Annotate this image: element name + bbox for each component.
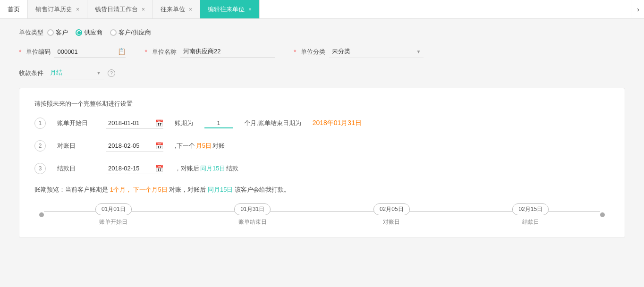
step-2-desc: ,下一个月5日对账 [175, 142, 225, 150]
tab-sales-history[interactable]: 销售订单历史 × [28, 0, 87, 18]
tab-edit-partner[interactable]: 编辑往来单位 × [200, 0, 260, 18]
preview-part2: 下一个月5日 [133, 186, 167, 193]
unit-category-value: 未分类 [332, 47, 413, 56]
preview-part3: 同月15日 [208, 186, 233, 193]
unit-name-star: * [144, 48, 147, 56]
radio-customer[interactable]: 客户 [47, 28, 68, 37]
timeline-date-2: 01月31日 [234, 203, 271, 215]
step-3-row: 3 结款日 📅 ，对账后 同月15日 结款 [34, 163, 610, 174]
step-2-calendar-icon[interactable]: 📅 [155, 142, 163, 150]
tab-cash-work[interactable]: 钱货日清工作台 × [87, 0, 153, 18]
step-3-num: 3 [34, 163, 46, 174]
step-3-desc: ，对账后 同月15日 结款 [175, 164, 238, 173]
tab-arrow[interactable]: › [632, 0, 644, 18]
tab-partner[interactable]: 往来单位 × [153, 0, 200, 18]
payment-terms-select[interactable]: 月结 ▼ [47, 67, 104, 79]
unit-name-field: * 单位名称 [144, 46, 274, 58]
step-3-calendar-icon[interactable]: 📅 [155, 165, 163, 172]
radio-customer-label: 客户 [56, 28, 68, 37]
step-3-date: 📅 [106, 163, 163, 174]
payment-terms-label: 收款条件 [19, 69, 43, 77]
payment-terms-field: 收款条件 月结 ▼ ? [19, 67, 115, 79]
radio-supplier-circle [76, 29, 82, 36]
tab-edit-partner-label: 编辑往来单位 [208, 5, 245, 14]
unit-type-label: 单位类型 [19, 28, 43, 37]
tab-partner-close[interactable]: × [189, 6, 192, 13]
step-2-date: 📅 [106, 140, 163, 152]
unit-name-label: 单位名称 [152, 48, 177, 56]
step-1-date-input[interactable] [106, 118, 153, 128]
tab-sales-close[interactable]: × [76, 6, 79, 13]
step-1-end-date: 2018年01月31日 [313, 119, 362, 127]
step-3-date-input[interactable] [106, 163, 153, 174]
settings-card: 请按照未来的一个完整帐期进行设置 1 账单开始日 📅 账期为 个月,账单结束日期… [19, 88, 625, 238]
step-1-period-input[interactable] [204, 118, 233, 128]
timeline-left-end [39, 212, 44, 217]
step-2-row: 2 对账日 📅 ,下一个月5日对账 [34, 140, 610, 152]
radio-both-label: 客户/供应商 [119, 28, 151, 37]
card-title: 请按照未来的一个完整帐期进行设置 [34, 100, 610, 108]
timeline: 01月01日 账单开始日 01月31日 账单结束日 02月05日 对账日 [34, 203, 610, 226]
unit-type-row: 单位类型 客户 供应商 客户/供应商 [19, 28, 625, 37]
step-2-highlight: 月5日 [196, 142, 212, 150]
page-content: 单位类型 客户 供应商 客户/供应商 * 单位编码 [0, 19, 644, 287]
step-1-period-label: 账期为 [175, 119, 193, 127]
unit-name-input[interactable] [180, 46, 275, 58]
radio-customer-circle [47, 29, 54, 36]
unit-category-star: * [294, 48, 296, 56]
step-1-period-unit: 个月,账单结束日期为 [244, 119, 301, 127]
step-1-label: 账单开始日 [57, 119, 95, 127]
preview-mid: 对账，对账后 [169, 186, 206, 193]
timeline-item-3: 02月05日 对账日 [373, 203, 410, 226]
code-name-category-row: * 单位编码 📋 * 单位名称 * 单位分类 未分类 ▼ [19, 45, 625, 58]
unit-code-field: * 单位编码 📋 [19, 46, 126, 58]
arrow-icon: › [637, 6, 639, 13]
step-3-label: 结款日 [57, 164, 95, 173]
radio-supplier[interactable]: 供应商 [76, 28, 102, 37]
unit-code-label: 单位编码 [26, 48, 51, 56]
radio-group: 客户 供应商 客户/供应商 [47, 28, 151, 37]
timeline-date-3: 02月05日 [373, 203, 410, 215]
step-2-date-input[interactable] [106, 140, 153, 151]
step-1-date: 📅 [106, 118, 163, 129]
payment-terms-chevron: ▼ [96, 70, 101, 76]
radio-both-circle [110, 29, 117, 36]
tab-home-label: 首页 [8, 5, 20, 14]
timeline-item-4: 02月15日 结款日 [512, 203, 549, 226]
payment-terms-value: 月结 [50, 68, 94, 77]
tab-home[interactable]: 首页 [0, 0, 28, 18]
step-1-num: 1 [34, 118, 46, 129]
unit-code-input[interactable] [54, 46, 116, 57]
tab-edit-partner-close[interactable]: × [248, 6, 252, 13]
preview-text: 账期预览：当前客户账期是 1个月， 下一个月5日 对账，对账后 同月15日 该客… [34, 186, 610, 194]
timeline-date-4: 02月15日 [512, 203, 549, 215]
tab-bar: 首页 销售订单历史 × 钱货日清工作台 × 往来单位 × 编辑往来单位 × › [0, 0, 644, 19]
step-1-calendar-icon[interactable]: 📅 [155, 119, 163, 127]
radio-both[interactable]: 客户/供应商 [110, 28, 151, 37]
timeline-right-end [600, 212, 605, 217]
unit-category-dropdown[interactable]: 未分类 ▼ [329, 45, 424, 58]
tab-partner-label: 往来单位 [161, 5, 185, 14]
payment-terms-help[interactable]: ? [108, 69, 115, 77]
timeline-label-1: 账单开始日 [99, 218, 127, 226]
timeline-item-1: 01月01日 账单开始日 [95, 203, 132, 226]
tab-cash-close[interactable]: × [142, 6, 145, 13]
unit-category-chevron: ▼ [416, 49, 421, 54]
radio-supplier-label: 供应商 [84, 28, 102, 37]
payment-terms-row: 收款条件 月结 ▼ ? [19, 67, 625, 79]
unit-category-label: 单位分类 [301, 48, 325, 56]
timeline-label-2: 账单结束日 [238, 218, 267, 226]
tab-cash-label: 钱货日清工作台 [95, 5, 138, 14]
unit-code-calendar-icon[interactable]: 📋 [118, 48, 126, 55]
preview-label: 账期预览：当前客户账期是 [34, 186, 108, 193]
step-3-highlight: 同月15日 [200, 164, 225, 173]
tab-sales-label: 销售订单历史 [35, 5, 72, 14]
preview-part1: 1个月， [110, 186, 132, 193]
timeline-date-1: 01月01日 [95, 203, 132, 215]
timeline-label-4: 结款日 [522, 218, 539, 226]
timeline-item-2: 01月31日 账单结束日 [234, 203, 271, 226]
unit-type-field: 单位类型 客户 供应商 客户/供应商 [19, 28, 151, 37]
step-1-row: 1 账单开始日 📅 账期为 个月,账单结束日期为 2018年01月31日 [34, 118, 610, 129]
unit-category-field: * 单位分类 未分类 ▼ [294, 45, 424, 58]
timeline-label-3: 对账日 [383, 218, 400, 226]
